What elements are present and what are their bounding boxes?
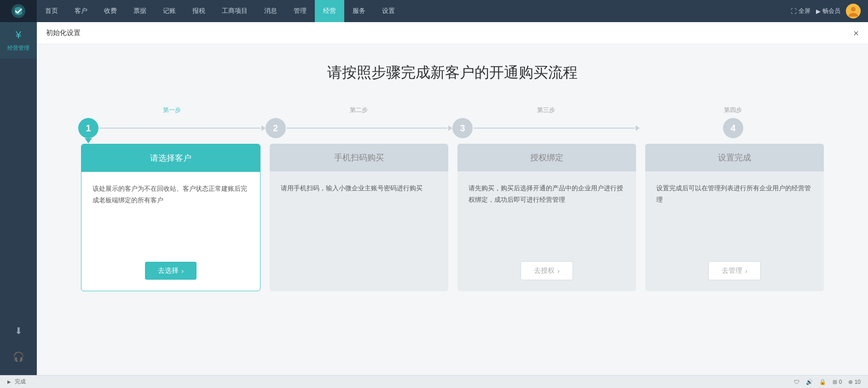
sidebar-item-management[interactable]: ¥ 经营管理 <box>0 22 37 59</box>
step3-card: 授权绑定 请先购买，购买后选择开通的产品中的企业用户进行授权绑定，成功后即可进行… <box>457 144 636 291</box>
step3-wrapper: 第三步 3 <box>452 106 640 138</box>
chevron-right3-icon: › <box>557 267 560 275</box>
content-area: 请按照步骤完成新客户的开通购买流程 第一步 1 第二步 <box>37 44 868 310</box>
step2-card-header: 手机扫码购买 <box>270 144 448 171</box>
top-navigation: 首页 客户 收费 票据 记账 报税 工商项目 消息 管理 经营 服务 设置 ⛶ … <box>0 0 868 22</box>
step3-action-button[interactable]: 去授权 › <box>521 261 573 280</box>
step2-label: 第二步 <box>350 106 368 114</box>
sidebar-download[interactable]: ⬇ <box>0 318 37 344</box>
step2-connector: 2 <box>266 118 453 138</box>
step2-wrapper: 第二步 2 <box>266 106 453 138</box>
step1-card-footer: 去选择 › <box>81 254 260 291</box>
connector-2-3 <box>287 128 448 129</box>
nav-home[interactable]: 首页 <box>37 0 66 22</box>
status-text: 完成 <box>15 378 26 386</box>
app-logo[interactable] <box>0 0 37 22</box>
cards-row: 请选择客户 该处展示的客户为不在回收站、客户状态正常建账后完成老板端绑定的所有客… <box>64 144 840 291</box>
step4-card-body: 设置完成后可以在管理列表进行所有企业用户的经营管理 <box>645 171 824 254</box>
download-icon: ⬇ <box>12 324 25 337</box>
step4-circle: 4 <box>723 118 743 138</box>
step4-card-header: 设置完成 <box>645 144 824 171</box>
step1-action-button[interactable]: 去选择 › <box>145 262 197 280</box>
nav-tax[interactable]: 报税 <box>184 0 214 22</box>
step1-label: 第一步 <box>163 106 181 114</box>
step3-card-header: 授权绑定 <box>457 144 636 171</box>
nav-business[interactable]: 工商项目 <box>214 0 256 22</box>
main-content: 初始化设置 × 请按照步骤完成新客户的开通购买流程 第一步 1 第二步 <box>37 22 868 375</box>
zoom-level: ⊕ 10 <box>848 379 861 385</box>
headset-icon: 🎧 <box>12 350 25 363</box>
step1-card-header: 请选择客户 <box>81 144 260 172</box>
step1-card: 请选择客户 该处展示的客户为不在回收站、客户状态正常建账后完成老板端绑定的所有客… <box>81 144 260 291</box>
nav-message[interactable]: 消息 <box>256 0 285 22</box>
nav-customer[interactable]: 客户 <box>66 0 96 22</box>
windows-count: ⊞ 0 <box>833 379 842 385</box>
status-bar-right: 🛡 🔊 🔒 ⊞ 0 ⊕ 10 <box>794 379 861 385</box>
wizard-heading: 请按照步骤完成新客户的开通购买流程 <box>64 63 840 83</box>
sidebar-bottom-area: ⬇ 🎧 <box>0 318 37 375</box>
fullscreen-icon: ⛶ <box>791 8 797 15</box>
steps-indicator: 第一步 1 第二步 2 <box>64 106 840 138</box>
fullscreen-button[interactable]: ⛶ 全屏 <box>791 7 810 15</box>
step4-card: 设置完成 设置完成后可以在管理列表进行所有企业用户的经营管理 去管理 › <box>645 144 824 291</box>
step1-connector: 1 <box>78 118 266 138</box>
sidebar-support[interactable]: 🎧 <box>0 344 37 370</box>
lock-icon: 🔒 <box>819 379 826 385</box>
page-title: 初始化设置 <box>46 29 81 37</box>
close-button[interactable]: × <box>853 29 859 38</box>
step4-card-footer: 去管理 › <box>645 254 824 291</box>
step4-action-button[interactable]: 去管理 › <box>708 261 761 280</box>
step2-card: 手机扫码购买 请用手机扫码，输入小微企业主账号密码进行购买 <box>270 144 448 291</box>
step1-circle: 1 <box>78 118 98 138</box>
chevron-right-icon: › <box>181 267 184 275</box>
svg-point-2 <box>851 7 856 12</box>
yen-icon: ¥ <box>12 29 25 41</box>
step3-card-footer: 去授权 › <box>457 254 636 291</box>
connector-3-4 <box>474 128 635 129</box>
step3-card-body: 请先购买，购买后选择开通的产品中的企业用户进行授权绑定，成功后即可进行经营管理 <box>457 171 636 254</box>
left-sidebar: ¥ 经营管理 ⬇ 🎧 <box>0 22 37 375</box>
nav-right-area: ⛶ 全屏 ▶ 畅会员 <box>791 4 861 18</box>
step1-card-body: 该处展示的客户为不在回收站、客户状态正常建账后完成老板端绑定的所有客户 <box>81 172 260 254</box>
step3-label: 第三步 <box>537 106 555 114</box>
step3-circle: 3 <box>452 118 473 138</box>
nav-operation[interactable]: 经营 <box>315 0 344 22</box>
vip-button[interactable]: ▶ 畅会员 <box>816 7 840 15</box>
page-header: 初始化设置 × <box>37 22 868 44</box>
step2-card-footer <box>270 273 448 291</box>
nav-fees[interactable]: 收费 <box>96 0 125 22</box>
shield-icon: 🛡 <box>794 379 799 385</box>
arrow1 <box>261 125 266 131</box>
play-icon-status: ▶ <box>7 379 11 384</box>
arrow3 <box>636 125 640 131</box>
step4-wrapper: 第四步 4 <box>640 106 827 138</box>
volume-icon: 🔊 <box>806 379 813 385</box>
sidebar-label-management: 经营管理 <box>7 44 29 52</box>
nav-manage[interactable]: 管理 <box>285 0 315 22</box>
nav-accounting[interactable]: 记账 <box>155 0 184 22</box>
step2-card-body: 请用手机扫码，输入小微企业主账号密码进行购买 <box>270 171 448 273</box>
step3-connector: 3 <box>452 118 640 138</box>
step4-label: 第四步 <box>724 106 742 114</box>
step1-wrapper: 第一步 1 <box>78 106 266 138</box>
nav-items-list: 首页 客户 收费 票据 记账 报税 工商项目 消息 管理 经营 服务 设置 <box>37 0 791 22</box>
play-icon: ▶ <box>816 8 821 15</box>
connector-1-2 <box>99 128 260 129</box>
step2-circle: 2 <box>266 118 286 138</box>
nav-settings[interactable]: 设置 <box>374 0 403 22</box>
nav-invoices[interactable]: 票据 <box>125 0 155 22</box>
status-bar: ▶ 完成 🛡 🔊 🔒 ⊞ 0 ⊕ 10 <box>0 375 868 388</box>
chevron-right4-icon: › <box>745 267 747 275</box>
arrow2 <box>448 125 452 131</box>
avatar[interactable] <box>846 4 861 18</box>
nav-service[interactable]: 服务 <box>344 0 374 22</box>
step4-circle-row: 4 <box>640 118 827 138</box>
